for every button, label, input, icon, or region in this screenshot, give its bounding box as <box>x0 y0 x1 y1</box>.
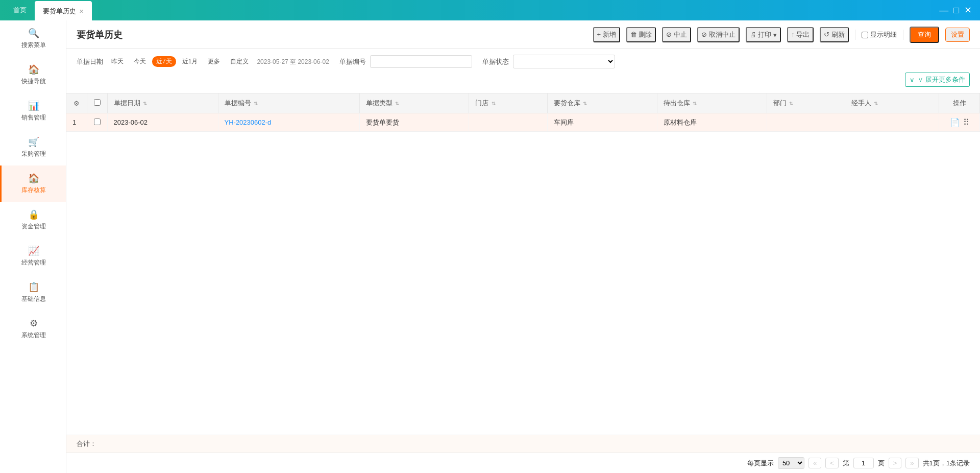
status-filter: 单据状态 <box>482 55 615 68</box>
th-handler: 经手人 ⇅ <box>845 93 939 113</box>
table-header-row: ⚙ 单据日期 ⇅ 单据编号 ⇅ <box>66 93 980 113</box>
date-chip-yesterday[interactable]: 昨天 <box>107 56 128 67</box>
display-detail-toggle[interactable]: 显示明细 <box>862 30 897 39</box>
sidebar-item-search-menu[interactable]: 🔍 搜索菜单 <box>0 20 66 57</box>
edit-icon[interactable]: 📄 <box>950 117 960 127</box>
th-checkbox <box>87 93 107 113</box>
tab-requisition-history[interactable]: 要货单历史 ✕ <box>35 1 92 21</box>
export-button[interactable]: ↑ 导出 <box>787 27 814 42</box>
inventory-icon: 🏠 <box>28 173 39 184</box>
settings-button[interactable]: 设置 <box>945 28 970 42</box>
table-footer: 合计： <box>66 435 980 453</box>
tab-close-icon[interactable]: ✕ <box>79 8 84 15</box>
page-jump-label: 第 <box>843 459 849 468</box>
td-pending-warehouse: 原材料仓库 <box>657 113 767 132</box>
filter-area: 单据日期 昨天 今天 近7天 近1月 更多 自定义 2023-05-27 至 2… <box>66 49 980 93</box>
td-dept <box>767 113 845 132</box>
order-no-label: 单据编号 <box>339 57 366 66</box>
td-date: 2023-06-02 <box>107 113 218 132</box>
sidebar-item-inventory[interactable]: 🏠 库存核算 <box>0 165 66 202</box>
select-all-checkbox[interactable] <box>94 99 101 106</box>
home-icon: 🏠 <box>28 64 39 75</box>
sidebar-item-sales-mgmt[interactable]: 📊 销售管理 <box>0 93 66 129</box>
toolbar-divider-2 <box>903 30 903 40</box>
page-size-select[interactable]: 10 20 50 100 <box>778 457 804 469</box>
refresh-button[interactable]: ↺ 刷新 <box>820 27 849 42</box>
main-layout: 🔍 搜索菜单 🏠 快捷导航 📊 销售管理 🛒 采购管理 🏠 库存核算 🔒 资金管… <box>0 20 980 473</box>
gear-icon: ⚙ <box>30 318 38 329</box>
print-button[interactable]: 🖨 打印 ▾ <box>746 27 781 42</box>
close-window-icon[interactable]: ✕ <box>964 5 972 16</box>
settings-icon[interactable]: ⚙ <box>74 100 80 107</box>
cancel-stop-button[interactable]: ⊘ 取消中止 <box>697 27 740 42</box>
sort-icon-date[interactable]: ⇅ <box>143 101 147 106</box>
sidebar: 🔍 搜索菜单 🏠 快捷导航 📊 销售管理 🛒 采购管理 🏠 库存核算 🔒 资金管… <box>0 20 66 473</box>
delete-button[interactable]: 🗑 删除 <box>626 27 656 42</box>
chart-icon: 📊 <box>28 100 39 111</box>
th-pending-warehouse: 待出仓库 ⇅ <box>657 93 767 113</box>
date-chips: 昨天 今天 近7天 近1月 更多 自定义 <box>107 56 253 67</box>
sidebar-item-basic-info[interactable]: 📋 基础信息 <box>0 274 66 311</box>
sort-icon-store[interactable]: ⇅ <box>492 101 496 106</box>
query-button[interactable]: 查询 <box>910 27 939 43</box>
maximize-icon[interactable]: □ <box>953 5 959 16</box>
td-checkbox <box>87 113 107 132</box>
sidebar-item-finance-mgmt[interactable]: 🔒 资金管理 <box>0 202 66 238</box>
expand-more-btn[interactable]: ∨ ∨ 展开更多条件 <box>905 73 970 87</box>
order-no-link[interactable]: YH-20230602-d <box>225 119 272 126</box>
first-page-button[interactable]: « <box>808 458 821 468</box>
td-handler <box>845 113 939 132</box>
page-title: 要货单历史 <box>77 29 122 41</box>
page-header: 要货单历史 + 新增 🗑 删除 ⊘ 中止 ⊘ 取消中止 🖨 <box>66 20 980 49</box>
date-chip-7days[interactable]: 近7天 <box>152 56 176 67</box>
sidebar-item-sys-mgmt[interactable]: ⚙ 系统管理 <box>0 311 66 347</box>
sidebar-item-purchase-mgmt[interactable]: 🛒 采购管理 <box>0 129 66 165</box>
more-icon[interactable]: ⠿ <box>963 117 969 127</box>
date-filter-label: 单据日期 <box>77 57 103 66</box>
prev-page-button[interactable]: < <box>825 458 839 468</box>
td-warehouse: 车间库 <box>547 113 657 132</box>
doc-icon: 📋 <box>28 281 39 293</box>
td-order-no: YH-20230602-d <box>218 113 359 132</box>
date-filter: 单据日期 昨天 今天 近7天 近1月 更多 自定义 2023-05-27 至 2… <box>77 56 329 67</box>
next-page-button[interactable]: > <box>889 458 902 468</box>
toolbar: + 新增 🗑 删除 ⊘ 中止 ⊘ 取消中止 🖨 打印 ▾ <box>593 27 970 43</box>
td-actions: 📄 ⠿ <box>939 113 980 132</box>
tab-bar: 首页 要货单历史 ✕ <box>5 0 939 20</box>
status-select[interactable] <box>513 55 615 68</box>
ops-icon: 📈 <box>28 245 39 256</box>
sort-icon-warehouse[interactable]: ⇅ <box>583 101 587 106</box>
filter-row: 单据日期 昨天 今天 近7天 近1月 更多 自定义 2023-05-27 至 2… <box>77 55 970 68</box>
order-no-filter: 单据编号 <box>339 55 472 68</box>
table-container: ⚙ 单据日期 ⇅ 单据编号 ⇅ <box>66 93 980 435</box>
last-page-button[interactable]: » <box>905 458 918 468</box>
page-number-input[interactable] <box>853 458 874 468</box>
minimize-icon[interactable]: — <box>939 5 948 16</box>
row-checkbox[interactable] <box>94 119 101 125</box>
sort-icon-pending[interactable]: ⇅ <box>693 101 697 106</box>
summary-label: 合计： <box>77 439 96 448</box>
filter-second-row: ∨ ∨ 展开更多条件 <box>77 73 970 87</box>
cart-icon: 🛒 <box>28 136 39 148</box>
date-chip-custom[interactable]: 自定义 <box>226 56 253 67</box>
new-button[interactable]: + 新增 <box>593 27 620 42</box>
sort-icon-type[interactable]: ⇅ <box>395 101 399 106</box>
date-chip-1month[interactable]: 近1月 <box>178 56 202 67</box>
display-detail-checkbox[interactable] <box>862 32 868 38</box>
total-info: 共1页，1条记录 <box>923 459 970 468</box>
date-range-text: 2023-05-27 至 2023-06-02 <box>257 58 329 66</box>
td-store <box>469 113 547 132</box>
sidebar-item-quick-nav[interactable]: 🏠 快捷导航 <box>0 57 66 93</box>
tab-home[interactable]: 首页 <box>5 0 35 20</box>
th-warehouse: 要货仓库 ⇅ <box>547 93 657 113</box>
sort-icon-handler[interactable]: ⇅ <box>874 101 878 106</box>
sidebar-item-ops-mgmt[interactable]: 📈 经营管理 <box>0 238 66 274</box>
top-bar: 首页 要货单历史 ✕ — □ ✕ <box>0 0 980 20</box>
stop-button[interactable]: ⊘ 中止 <box>662 27 691 42</box>
sort-icon-dept[interactable]: ⇅ <box>789 101 793 106</box>
th-action: 操作 <box>939 93 980 113</box>
sort-icon-order-no[interactable]: ⇅ <box>254 101 258 106</box>
order-no-input[interactable] <box>370 55 472 68</box>
date-chip-more[interactable]: 更多 <box>204 56 224 67</box>
date-chip-today[interactable]: 今天 <box>130 56 150 67</box>
